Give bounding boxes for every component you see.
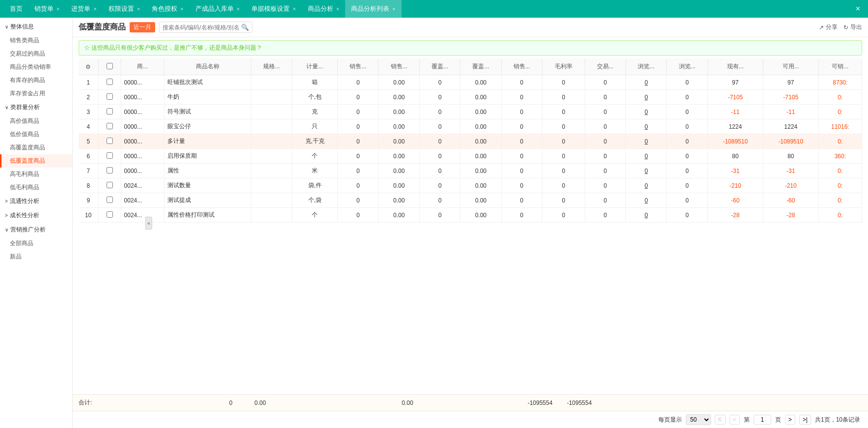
top-nav: 首页 销货单 × 进货单 × 权限设置 × 角色授权 × 产成品入库单 × 单据…	[0, 0, 868, 18]
tab-purchase[interactable]: 进货单 ×	[65, 0, 102, 18]
row-check-9[interactable]	[98, 208, 121, 223]
tab-role[interactable]: 角色授权 ×	[146, 0, 189, 18]
row-check-8[interactable]	[98, 193, 121, 208]
tab-permission[interactable]: 权限设置 ×	[103, 0, 146, 18]
row-checkbox-5[interactable]	[107, 152, 113, 159]
row-browse1-0[interactable]: 0	[626, 75, 667, 90]
row-browse1-4[interactable]: 0	[626, 134, 667, 149]
row-s3-2: 0	[501, 105, 542, 119]
tab-product-analysis[interactable]: 商品分析 ×	[302, 0, 345, 18]
page-number-input[interactable]	[754, 415, 771, 425]
content-header: 低覆盖度商品 近一月 🔍 ↗ 分享 ↻ 导出	[73, 18, 868, 37]
sidebar-section-marketing[interactable]: ∨ 营销推广分析	[0, 223, 72, 237]
row-browse1-5[interactable]: 0	[626, 149, 667, 164]
row-browse2-9: 0	[667, 208, 707, 223]
row-check-3[interactable]	[98, 119, 121, 134]
close-tab-purchase[interactable]: ×	[93, 6, 96, 12]
row-checkbox-2[interactable]	[107, 108, 113, 114]
sidebar-section-liquidity[interactable]: > 流通性分析	[0, 194, 72, 208]
row-browse1-3[interactable]: 0	[626, 119, 667, 134]
row-name-1: 牛奶	[164, 90, 251, 105]
row-s2-2: 0.00	[379, 105, 419, 119]
sidebar-section-growth[interactable]: > 成长性分析	[0, 208, 72, 223]
row-browse1-9[interactable]: 0	[626, 208, 667, 223]
th-s1: 销售...	[338, 58, 379, 75]
prev-page-btn[interactable]: <	[730, 415, 740, 425]
footer-spacer	[108, 399, 216, 406]
sidebar-item-sales-goods[interactable]: 销售类商品	[0, 34, 72, 47]
row-checkbox-3[interactable]	[107, 123, 113, 129]
row-checkbox-7[interactable]	[107, 182, 113, 188]
period-button[interactable]: 近一月	[130, 22, 155, 32]
close-tab-role[interactable]: ×	[180, 6, 183, 12]
row-check-7[interactable]	[98, 178, 121, 193]
row-trade-8: 0	[585, 193, 625, 208]
row-check-4[interactable]	[98, 134, 121, 149]
row-check-0[interactable]	[98, 75, 121, 90]
sidebar-item-traded-goods[interactable]: 交易过的商品	[0, 47, 72, 60]
row-margin-5: 0	[542, 149, 585, 164]
row-browse1-1[interactable]: 0	[626, 90, 667, 105]
row-spec-4	[251, 134, 292, 149]
sidebar-item-all-goods[interactable]: 全部商品	[0, 237, 72, 250]
row-checkbox-0[interactable]	[107, 79, 113, 85]
row-check-6[interactable]	[98, 164, 121, 178]
row-browse1-2[interactable]: 0	[626, 105, 667, 119]
row-no-7: 8	[79, 178, 98, 193]
sidebar-item-new-goods[interactable]: 新品	[0, 250, 72, 263]
th-spec: 规格...	[251, 58, 292, 75]
tab-sales[interactable]: 销货单 ×	[28, 0, 65, 18]
sidebar-item-category-rate[interactable]: 商品分类动销率	[0, 60, 72, 74]
row-browse1-7[interactable]: 0	[626, 178, 667, 193]
row-checkbox-6[interactable]	[107, 167, 113, 173]
sidebar-item-high-value[interactable]: 高价值商品	[0, 114, 72, 128]
tab-template[interactable]: 单据模板设置 ×	[245, 0, 301, 18]
close-tab-template[interactable]: ×	[293, 6, 296, 12]
close-tab-product-analysis[interactable]: ×	[336, 6, 339, 12]
row-browse1-8[interactable]: 0	[626, 193, 667, 208]
row-checkbox-4[interactable]	[107, 138, 113, 144]
close-all-tabs[interactable]: ×	[852, 4, 864, 13]
th-s3: 销售...	[501, 58, 542, 75]
per-page-select[interactable]: 50 100 200	[686, 414, 711, 425]
sidebar-section-overall[interactable]: ∨ 整体信息	[0, 20, 72, 34]
row-check-5[interactable]	[98, 149, 121, 164]
tab-product-entry[interactable]: 产成品入库单 ×	[190, 0, 245, 18]
last-page-btn[interactable]: >|	[799, 415, 811, 425]
th-settings[interactable]: ⚙	[79, 58, 98, 75]
row-check-2[interactable]	[98, 105, 121, 119]
export-button[interactable]: ↻ 导出	[843, 23, 862, 31]
close-tab-product-entry[interactable]: ×	[237, 6, 240, 12]
row-browse2-1: 0	[667, 90, 707, 105]
first-page-btn[interactable]: K	[715, 415, 726, 425]
share-button[interactable]: ↗ 分享	[819, 23, 838, 31]
close-tab-sales[interactable]: ×	[56, 6, 59, 12]
row-c1-2: 0	[419, 105, 460, 119]
tab-home[interactable]: 首页	[4, 0, 28, 18]
sidebar-item-low-value[interactable]: 低价值商品	[0, 128, 72, 141]
sidebar-item-stocked-goods[interactable]: 有库存的商品	[0, 74, 72, 87]
close-tab-permission[interactable]: ×	[137, 6, 140, 12]
next-page-btn[interactable]: >	[785, 415, 795, 425]
row-checkbox-1[interactable]	[107, 93, 113, 100]
sidebar-item-high-coverage[interactable]: 高覆盖度商品	[0, 141, 72, 154]
sidebar-item-high-margin[interactable]: 高毛利商品	[0, 168, 72, 181]
sidebar-item-stock-capital[interactable]: 库存资金占用	[0, 87, 72, 100]
row-s2-4: 0.00	[379, 134, 419, 149]
row-c1-4: 0	[419, 134, 460, 149]
search-input[interactable]	[163, 24, 241, 31]
close-tab-product-analysis-list[interactable]: ×	[392, 6, 395, 12]
row-browse1-6[interactable]: 0	[626, 164, 667, 178]
row-name-6: 属性	[164, 164, 251, 178]
row-code-3: 0000...	[121, 119, 164, 134]
sidebar-item-low-margin[interactable]: 低毛利商品	[0, 181, 72, 194]
sidebar-item-low-coverage[interactable]: 低覆盖度商品	[0, 154, 72, 168]
search-icon[interactable]: 🔍	[241, 24, 249, 31]
row-checkbox-8[interactable]	[107, 197, 113, 203]
tab-product-analysis-list[interactable]: 商品分析列表 ×	[345, 0, 401, 18]
row-check-1[interactable]	[98, 90, 121, 105]
sidebar-section-cluster[interactable]: ∨ 类群量分析	[0, 100, 72, 114]
sidebar-collapse-btn[interactable]: «	[145, 217, 152, 229]
row-checkbox-9[interactable]	[107, 211, 113, 218]
select-all-checkbox[interactable]	[107, 63, 113, 69]
